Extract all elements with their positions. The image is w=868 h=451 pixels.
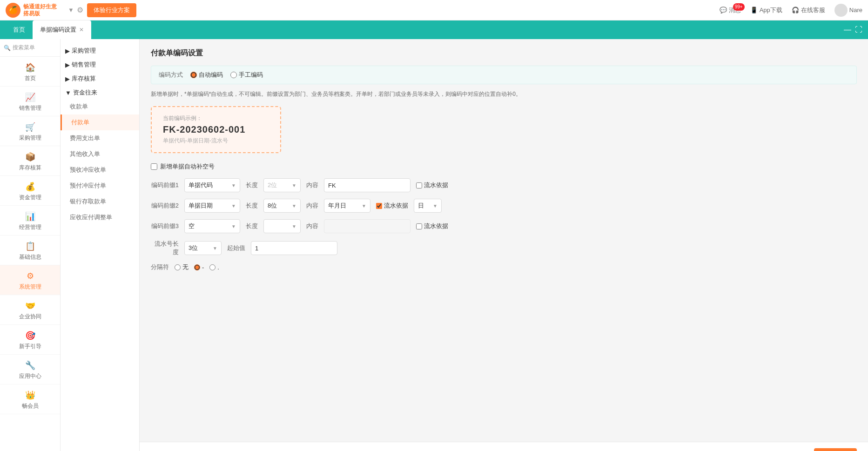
sales-icon: 📈 (25, 92, 35, 102)
group-capital[interactable]: ▼ 资金往来 (61, 85, 139, 99)
content3-input[interactable] (324, 219, 410, 233)
logo-area: 🍊 畅通道好生意 搭易版 (6, 3, 61, 18)
basic-icon: 📋 (25, 241, 35, 251)
purchase-icon: 🛒 (25, 122, 35, 132)
sep-dot-radio[interactable]: . (209, 264, 219, 271)
prefix-row-3: 编码前缀3 空 ▼ 长度 ▼ 内容 流水依据 (151, 219, 857, 233)
sidebar-item-member[interactable]: 👑 畅会员 (0, 384, 60, 414)
sep-none-input[interactable] (175, 264, 181, 270)
logo-icon: 🍊 (6, 3, 20, 18)
sidebar-item-finance[interactable]: 💰 资金管理 (0, 176, 60, 206)
inventory-icon: 📦 (25, 152, 35, 162)
tab-home[interactable]: 首页 (6, 20, 33, 39)
prefix3-dropdown-arrow: ▼ (231, 224, 236, 229)
sidebar-item-newbie[interactable]: 🎯 新手引导 (0, 325, 60, 355)
inventory-group-arrow: ▶ (65, 75, 70, 82)
sidebar-item-sales[interactable]: 📈 销售管理 (0, 87, 60, 116)
watermark2-period-select[interactable]: 日 ▼ (414, 199, 442, 213)
sidebar-payment[interactable]: 付款单 (61, 114, 139, 130)
sep-dot-input[interactable] (209, 264, 215, 270)
sep-dash-radio[interactable]: - (194, 264, 204, 271)
prefix2-dropdown-arrow: ▼ (231, 203, 236, 209)
length3-select[interactable]: ▼ (263, 219, 301, 233)
sidebar-receipt[interactable]: 收款单 (61, 99, 139, 114)
manual-coding-input[interactable] (230, 72, 237, 78)
group-inventory[interactable]: ▶ 库存核算 (61, 71, 139, 85)
sidebar-search[interactable]: 🔍 搜索菜单 (0, 39, 60, 57)
home-icon: 🏠 (25, 62, 35, 73)
content1-input[interactable] (324, 178, 410, 192)
top-bar: 🍊 畅通道好生意 搭易版 ▼ ⚙ 体验行业方案 💬 消息 99+ 📱 App下载… (0, 0, 868, 20)
prefix1-select[interactable]: 单据代码 ▼ (184, 178, 240, 192)
notice-text: 新增单据时，*单据编码*自动生成，不可编辑。前缀设置为部门、业务员等档案类。开单… (151, 90, 857, 99)
length1-select[interactable]: 2位 ▼ (263, 178, 301, 192)
radio-group-coding: 自动编码 手工编码 (190, 71, 263, 79)
sidebar-ar-ap-adjust[interactable]: 应收应付调整单 (61, 209, 139, 225)
close-tab-icon[interactable]: ✕ (79, 27, 84, 33)
watermark1-checkbox-label[interactable]: 流水依据 (416, 181, 448, 189)
messages-badge: 99+ (733, 3, 745, 11)
prefix2-select[interactable]: 单据日期 ▼ (184, 199, 240, 213)
auto-coding-input[interactable] (190, 72, 197, 78)
group-purchase[interactable]: ▶ 采购管理 (61, 43, 139, 57)
sidebar-item-enterprise[interactable]: 🤝 企业协同 (0, 295, 60, 325)
save-button[interactable]: 保存 (814, 448, 857, 451)
sep-dash-input[interactable] (194, 264, 200, 270)
trial-button[interactable]: 体验行业方案 (87, 3, 136, 17)
top-bar-right: 💬 消息 99+ 📱 App下载 🎧 在线客服 Nare (720, 4, 862, 17)
group-sales[interactable]: ▶ 销售管理 (61, 57, 139, 71)
watermark2-checkbox[interactable] (376, 203, 382, 209)
prefix1-label: 编码前缀1 (151, 181, 179, 189)
online-service-btn[interactable]: 🎧 在线客服 (792, 6, 825, 14)
user-profile[interactable]: Nare (834, 4, 862, 17)
avatar (834, 4, 848, 17)
watermark1-checkbox[interactable] (416, 182, 422, 188)
serial-length-select[interactable]: 3位 ▼ (184, 241, 222, 255)
sidebar-prepay-payable[interactable]: 预付冲应付单 (61, 178, 139, 194)
manual-coding-radio[interactable]: 手工编码 (230, 71, 263, 79)
finance-icon: 💰 (25, 182, 35, 192)
auto-coding-radio[interactable]: 自动编码 (190, 71, 223, 79)
expand-icon[interactable]: ▼ (68, 7, 74, 13)
logo-text: 畅通道好生意 搭易版 (23, 3, 57, 17)
auto-fill-row: 新增单据自动补空号 (151, 162, 857, 171)
auto-fill-checkbox[interactable] (151, 163, 157, 170)
sidebar-item-home[interactable]: 🏠 首页 (0, 57, 60, 87)
settings-icon[interactable]: ⚙ (77, 6, 83, 14)
length2-select[interactable]: 8位 ▼ (263, 199, 301, 213)
coding-method-label: 编码方式 (159, 71, 183, 79)
message-icon: 💬 (720, 7, 727, 13)
sidebar-item-basic[interactable]: 📋 基础信息 (0, 236, 60, 265)
preview-code: FK-20230602-001 (163, 124, 269, 135)
sidebar-other-income[interactable]: 其他收入单 (61, 146, 139, 162)
length1-label: 长度 (246, 181, 258, 189)
app-download-btn[interactable]: 📱 App下载 (750, 6, 782, 14)
watermark3-checkbox-label[interactable]: 流水依据 (416, 222, 448, 230)
sidebar-item-operation[interactable]: 📊 经营管理 (0, 206, 60, 236)
content2-select[interactable]: 年月日 ▼ (324, 199, 370, 213)
minimize-icon[interactable]: — (844, 26, 851, 34)
sidebar-item-apps[interactable]: 🔧 应用中心 (0, 355, 60, 384)
watermark2-checkbox-label[interactable]: 流水依据 (376, 202, 408, 210)
content-with-sidebar: ▶ 采购管理 ▶ 销售管理 ▶ 库存核算 ▼ 资金往来 收款单 付款单 费用支出… (61, 39, 868, 451)
sidebar-item-purchase[interactable]: 🛒 采购管理 (0, 116, 60, 146)
length2-label: 长度 (246, 202, 258, 210)
sep-none-radio[interactable]: 无 (175, 263, 188, 271)
tab-expand: — ⛶ (844, 26, 862, 34)
sidebar-item-inventory[interactable]: 📦 库存核算 (0, 146, 60, 176)
sidebar-item-system[interactable]: ⚙ 系统管理 (0, 265, 60, 295)
watermark3-checkbox[interactable] (416, 223, 422, 229)
messages-btn[interactable]: 💬 消息 99+ (720, 6, 741, 14)
prefix-row-1: 编码前缀1 单据代码 ▼ 长度 2位 ▼ 内容 流水依据 (151, 178, 857, 192)
coding-method-bar: 编码方式 自动编码 手工编码 (151, 66, 857, 84)
prefix3-select[interactable]: 空 ▼ (184, 219, 240, 233)
start-value-input[interactable] (251, 241, 337, 255)
sidebar-prepay-receivable[interactable]: 预收冲应收单 (61, 162, 139, 178)
sidebar-expense[interactable]: 费用支出单 (61, 130, 139, 146)
app-icon: 📱 (750, 7, 758, 13)
sidebar: 🔍 搜索菜单 🏠 首页 📈 销售管理 🛒 采购管理 📦 库存核算 💰 (0, 39, 61, 451)
sidebar-bank-deposit[interactable]: 银行存取款单 (61, 194, 139, 209)
maximize-icon[interactable]: ⛶ (855, 26, 862, 34)
tab-coding-settings[interactable]: 单据编码设置 ✕ (33, 20, 91, 39)
length3-label: 长度 (246, 222, 258, 230)
